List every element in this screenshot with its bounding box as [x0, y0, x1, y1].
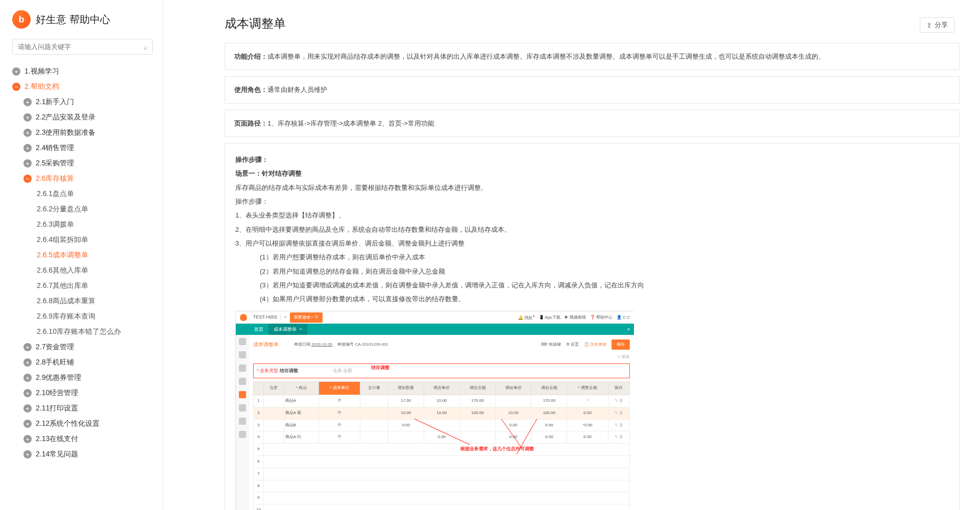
mini-table: 仓库 * 商品 * 成本单位 主计量 调前数量 调后单价 调后金额 调前单价 调…: [253, 381, 630, 510]
mini-tab-home: 首页: [249, 324, 268, 335]
step-3-3: (3）若用户知道要调增或调减的成本差值，则在调整金额中录入差值，调增录入正值，记…: [235, 278, 949, 292]
nav-2-2[interactable]: +2.2产品安装及登录: [12, 110, 153, 125]
nav-2-6-5[interactable]: 2.6.5成本调整单: [12, 248, 153, 263]
scene1-title: 场景一：针对结存调整: [235, 166, 949, 180]
nav-2-7[interactable]: +2.7资金管理: [12, 339, 153, 355]
annotation-2: 根据业务需求，这几个位总均可调整: [460, 444, 534, 454]
nav-label: 2.帮助文档: [24, 82, 59, 91]
mini-filter-row: * 业务类型 结存调整 仓库 全部 结存调整: [253, 363, 630, 378]
nav-label: 2.6.5成本调整单: [37, 251, 88, 260]
logo-icon: b: [12, 10, 31, 29]
intro-box: 功能介绍：成本调整单，用来实现对商品结存成本的调整，以及针对具体的出入库单进行成…: [225, 43, 960, 70]
nav-label: 2.6.3调拨单: [37, 220, 74, 229]
nav-label: 2.6.8商品成本重算: [37, 297, 95, 306]
mini-tabs: 首页 成本调整单× ×: [236, 324, 634, 335]
nav-label: 2.6.6其他入库单: [37, 266, 88, 275]
embedded-screenshot: TEST-H002 | ▾ 我要做啥一下 🔔 消息● 📱 App下载 ▶ 视频教…: [235, 311, 633, 510]
logo-text: 好生意 帮助中心: [36, 13, 110, 27]
nav-label: 2.8手机旺铺: [36, 358, 74, 367]
nav-label: 2.6.9库存账本查询: [37, 312, 95, 321]
nav-label: 2.4销售管理: [36, 143, 74, 153]
mini-test-label: TEST-H002: [253, 312, 277, 322]
mini-topbar: TEST-H002 | ▾ 我要做啥一下 🔔 消息● 📱 App下载 ▶ 视频教…: [236, 311, 634, 324]
annotation-1: 结存调整: [371, 363, 389, 373]
nav-video-learning[interactable]: +1.视频学习: [12, 64, 153, 79]
steps-label: 操作步骤：: [235, 195, 949, 208]
nav-2-13[interactable]: +2.13在线支付: [12, 431, 153, 447]
nav-2-8[interactable]: +2.8手机旺铺: [12, 355, 153, 370]
nav-2-12[interactable]: +2.12系统个性化设置: [12, 416, 153, 431]
step-3: 3、用户可以根据调整依据直接在调后单价、调后金额、调整金额列上进行调整: [235, 236, 949, 250]
sidebar: b 好生意 帮助中心 ⌕ +1.视频学习 −2.帮助文档 +2.1新手入门 +2…: [0, 0, 163, 510]
scene1-desc: 库存商品的结存成本与实际成本有差异，需要根据结存数量和实际单位成本进行调整。: [235, 181, 949, 195]
nav-help-docs[interactable]: −2.帮助文档: [12, 79, 153, 94]
share-icon: ⇪: [926, 21, 932, 29]
step-1: 1、表头业务类型选择【结存调整】。: [235, 208, 949, 222]
content-body: 操作步骤： 场景一：针对结存调整 库存商品的结存成本与实际成本有差异，需要根据结…: [225, 143, 960, 510]
nav-label: 2.9优惠券管理: [36, 373, 81, 382]
nav-label: 1.视频学习: [24, 67, 59, 76]
main-content: ⇪ 分享 成本调整单 功能介绍：成本调整单，用来实现对商品结存成本的调整，以及针…: [163, 0, 980, 510]
nav-label: 2.6.2分量盘点单: [37, 205, 88, 214]
share-button[interactable]: ⇪ 分享: [920, 17, 954, 33]
nav-2-1[interactable]: +2.1新手入门: [12, 94, 153, 110]
intro-label: 功能介绍：: [234, 53, 267, 60]
mini-orange-button: 我要做啥一下: [290, 312, 323, 323]
step-3-1: (1）若用户想要调整结存成本，则在调后单价中录入成本: [235, 250, 949, 264]
steps-title: 操作步骤：: [235, 153, 949, 166]
nav-2-5[interactable]: +2.5采购管理: [12, 156, 153, 171]
nav-2-6-3[interactable]: 2.6.3调拨单: [12, 217, 153, 232]
nav-label: 2.6.10库存账本错了怎么办: [37, 327, 121, 336]
nav-label: 2.6.1盘点单: [37, 189, 74, 199]
intro-text: 成本调整单，用来实现对商品结存成本的调整，以及针对具体的出入库单进行成本调整。库…: [267, 53, 825, 60]
nav-2-6-6[interactable]: 2.6.6其他入库单: [12, 263, 153, 278]
nav-label: 2.6.7其他出库单: [37, 281, 88, 290]
nav-2-10[interactable]: +2.10经营管理: [12, 385, 153, 401]
nav-label: 2.2产品安装及登录: [36, 113, 95, 122]
nav-2-4[interactable]: +2.4销售管理: [12, 140, 153, 156]
nav-2-6-9[interactable]: 2.6.9库存账本查询: [12, 309, 153, 324]
nav-2-6-7[interactable]: 2.6.7其他出库单: [12, 278, 153, 294]
nav-label: 2.3使用前数据准备: [36, 128, 95, 137]
nav-label: 2.7资金管理: [36, 343, 74, 352]
nav-label: 2.10经营管理: [36, 388, 78, 398]
role-box: 使用角色：通常由财务人员维护: [225, 76, 960, 103]
nav-2-6[interactable]: −2.6库存核算: [12, 171, 153, 186]
mini-doc-title: 成本调整单: [253, 339, 279, 350]
nav-label: 2.14常见问题: [36, 450, 78, 459]
nav-2-11[interactable]: +2.11打印设置: [12, 401, 153, 416]
search-icon[interactable]: ⌕: [143, 43, 148, 51]
nav-2-3[interactable]: +2.3使用前数据准备: [12, 125, 153, 140]
nav-label: 2.6库存核算: [36, 174, 74, 183]
nav-label: 2.5采购管理: [36, 159, 74, 168]
search-box: ⌕: [12, 39, 153, 55]
nav-label: 2.6.4组装拆卸单: [37, 235, 88, 245]
path-label: 页面路径：: [234, 119, 267, 127]
nav-label: 2.13在线支付: [36, 434, 78, 444]
logo: b 好生意 帮助中心: [12, 10, 153, 29]
step-3-2: (2）若用户知道调整总的结存金额，则在调后金额中录入总金额: [235, 264, 949, 278]
nav-2-6-10[interactable]: 2.6.10库存账本错了怎么办: [12, 324, 153, 339]
path-text: 1、库存核算->库存管理->成本调整单 2、首页->常用功能: [267, 119, 434, 127]
nav-2-6-1[interactable]: 2.6.1盘点单: [12, 186, 153, 202]
nav-2-14[interactable]: +2.14常见问题: [12, 447, 153, 462]
nav-2-6-8[interactable]: 2.6.8商品成本重算: [12, 294, 153, 309]
page-title: 成本调整单: [225, 15, 960, 32]
role-label: 使用角色：: [234, 86, 267, 93]
role-text: 通常由财务人员维护: [267, 86, 327, 93]
nav-2-6-4[interactable]: 2.6.4组装拆卸单: [12, 232, 153, 248]
mini-logo-icon: [240, 314, 247, 321]
step-3-4: (4）如果用户只调整部分数量的成本，可以直接修改带出的结存数量。: [235, 292, 949, 306]
share-label: 分享: [935, 20, 948, 30]
search-input[interactable]: [12, 39, 153, 55]
path-box: 页面路径：1、库存核算->库存管理->成本调整单 2、首页->常用功能: [225, 110, 960, 137]
nav-2-6-2[interactable]: 2.6.2分量盘点单: [12, 202, 153, 217]
mini-tab-doc: 成本调整单×: [268, 324, 307, 335]
step-2: 2、在明细中选择要调整的商品及仓库，系统会自动带出结存数量和结存金额，以及结存成…: [235, 223, 949, 236]
mini-sidebar: [236, 335, 249, 510]
nav-label: 2.1新手入门: [36, 98, 74, 107]
nav-2-9[interactable]: +2.9优惠券管理: [12, 370, 153, 385]
nav-label: 2.12系统个性化设置: [36, 419, 100, 428]
nav-label: 2.11打印设置: [36, 404, 78, 413]
